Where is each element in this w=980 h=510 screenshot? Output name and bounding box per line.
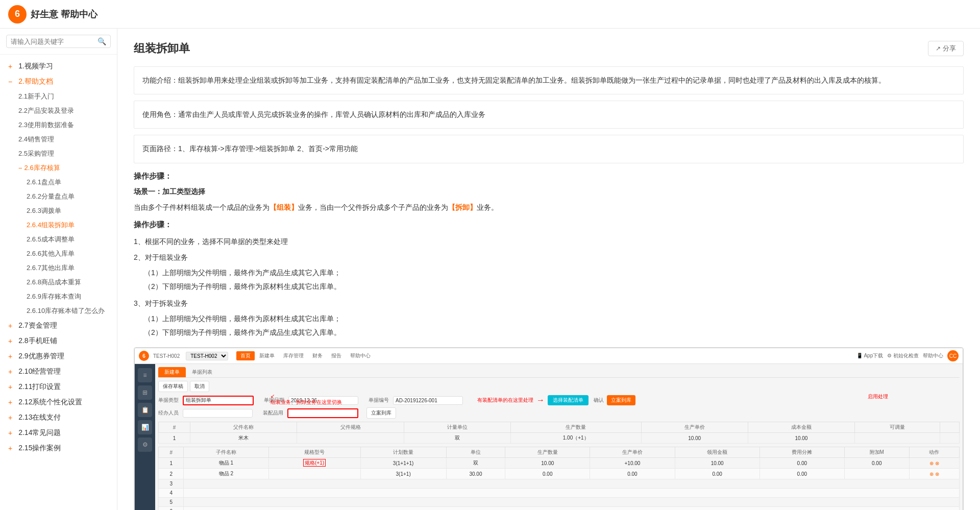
upper-table-header-row: # 父件名称 父件规格 计量单位 生产数量 生产单价 成本金额 可调量 xyxy=(159,422,960,433)
sidebar-sub-26[interactable]: − 2.6库存核算 xyxy=(0,161,117,175)
sidebar-sub-266[interactable]: 2.6.6其他入库单 xyxy=(0,247,117,261)
plus-icon-28: + xyxy=(8,337,12,345)
form-tabs: 新建单 单据列表 xyxy=(158,367,960,378)
cancel-btn[interactable]: 取消 xyxy=(190,381,209,392)
lower-r1-plan-qty: 3(1+1+1) xyxy=(360,458,446,469)
sidebar-item-29[interactable]: + 2.9优惠券管理 xyxy=(0,349,117,364)
lower-r2-extra xyxy=(844,469,909,479)
upper-row-prod-qty: 1.00（+1） xyxy=(510,433,641,444)
sidebar-sub-2610[interactable]: 2.6.10库存账本错了怎么办 xyxy=(0,304,117,318)
lower-r1-prod-qty: 10.00 xyxy=(505,458,590,469)
sidebar-item-210[interactable]: + 2.10经营管理 xyxy=(0,364,117,379)
sidebar-sub-264[interactable]: 2.6.4组装拆卸单 xyxy=(0,218,117,232)
sidebar-item-video[interactable]: + 1.视频学习 xyxy=(0,59,117,74)
app-form-content: 新建单 单据列表 保存草稿 取消 xyxy=(155,364,963,510)
confirm-stock-btn[interactable]: 立案到库 xyxy=(366,407,396,419)
save-draft-btn[interactable]: 保存草稿 xyxy=(158,381,188,392)
staff-input[interactable] xyxy=(183,409,253,418)
lower-row-5: 5 xyxy=(159,498,960,507)
col-action-upper xyxy=(940,422,959,433)
nav-home[interactable]: 首页 xyxy=(236,351,255,360)
col-index: # xyxy=(159,422,190,433)
form-row-2: 经办人员 装配品用 立案到库 ↙ xyxy=(158,407,960,419)
logo-icon: 6 xyxy=(8,5,27,23)
sidebar-sub-261[interactable]: 2.6.1盘点单 xyxy=(0,175,117,189)
lower-r1-action: ⊕ ⊗ xyxy=(909,458,959,469)
app-topbar: 6 TEST-H002 TEST-H002 首页 新建单 库存管理 财务 报告 … xyxy=(135,348,963,364)
search-button[interactable]: 🔍 xyxy=(97,37,106,45)
sidebar-icon-3: 📋 xyxy=(138,403,152,417)
page-title: 组装拆卸单 xyxy=(134,41,190,56)
minus-icon: − xyxy=(8,78,12,86)
lower-col-spec: 规格型号 xyxy=(268,447,360,458)
tab-list[interactable]: 单据列表 xyxy=(186,367,218,377)
upper-table-body: 1 米木 双 1.00（+1） 10.00 10.00 xyxy=(159,433,960,444)
sidebar-item-28[interactable]: + 2.8手机旺铺 xyxy=(0,333,117,349)
nav-stock[interactable]: 库存管理 xyxy=(279,351,308,360)
sidebar-sub-262[interactable]: 2.6.2分量盘点单 xyxy=(0,189,117,204)
sidebar-sub-269[interactable]: 2.6.9库存账本查询 xyxy=(0,289,117,304)
sidebar-item-docs[interactable]: − 2.帮助文档 xyxy=(0,74,117,89)
sidebar-item-214[interactable]: + 2.14常见问题 xyxy=(0,425,117,441)
sidebar-sub-24[interactable]: 2.4销售管理 xyxy=(0,132,117,147)
save-to-stock-btn[interactable]: 立案到库 xyxy=(607,395,635,405)
lower-col-cost: 领用金额 xyxy=(675,447,760,458)
lower-r3-empty xyxy=(184,479,960,489)
sidebar-sub-23[interactable]: 2.3使用前数据准备 xyxy=(0,118,117,132)
sidebar-sub-22[interactable]: 2.2产品安装及登录 xyxy=(0,104,117,118)
upper-row-cost: 10.00 xyxy=(748,433,854,444)
tab-new[interactable]: 新建单 xyxy=(158,367,186,377)
lower-col-alloc: 费用分摊 xyxy=(760,447,844,458)
help-center-link: 帮助中心 xyxy=(923,352,943,359)
select-bom-btn[interactable]: 选择装配清单 xyxy=(548,395,589,405)
sidebar-item-213[interactable]: + 2.13在线支付 xyxy=(0,410,117,425)
sidebar-item-212[interactable]: + 2.12系统个性化设置 xyxy=(0,395,117,410)
annotation3-text: 启用处理 xyxy=(868,394,888,399)
keyword-disassembly: 【拆卸】 xyxy=(448,203,477,211)
step3-1: （1）上部明细为父件明细，最终作为原材料生成其它出库单； xyxy=(144,312,964,326)
settings-icon: ⚙ 初始化检查 xyxy=(887,352,919,359)
action-icon-1[interactable]: ⊕ ⊗ xyxy=(929,460,939,466)
sidebar-item-27[interactable]: + 2.7资金管理 xyxy=(0,318,117,333)
lower-r1-spec: 规格(+1) xyxy=(268,458,360,469)
lower-r1-extra: 0.00 xyxy=(844,458,909,469)
content-area: 组装拆卸单 ↗ 分享 功能介绍：组装拆卸单用来处理企业组装或拆卸等加工业务，支持… xyxy=(117,29,980,510)
lower-r2-alloc: 0.00 xyxy=(760,469,844,479)
staff-label: 经办人员 xyxy=(158,409,179,417)
nav-new[interactable]: 新建单 xyxy=(255,351,279,360)
lower-r2-prod-qty: 0.00 xyxy=(505,469,590,479)
nav-finance[interactable]: 财务 xyxy=(308,351,327,360)
sidebar-sub-21[interactable]: 2.1新手入门 xyxy=(0,89,117,104)
company-select[interactable]: TEST-H002 xyxy=(186,352,228,360)
sidebar-item-211[interactable]: + 2.11打印设置 xyxy=(0,379,117,395)
plus-icon-214: + xyxy=(8,429,12,437)
sidebar-icon-5: ⚙ xyxy=(138,438,152,452)
upper-row-adjust xyxy=(855,433,940,444)
step3: 3、对于拆装业务 xyxy=(134,297,964,310)
action-icon-2[interactable]: ⊕ ⊗ xyxy=(929,471,939,477)
lower-r6-empty xyxy=(184,507,960,510)
logo-text: 好生意 帮助中心 xyxy=(31,8,97,20)
app-mock: 6 TEST-H002 TEST-H002 首页 新建单 库存管理 财务 报告 … xyxy=(134,348,963,510)
lower-col-unit: 单位 xyxy=(446,447,505,458)
sidebar-item-215[interactable]: + 2.15操作案例 xyxy=(0,441,117,456)
plus-icon-212: + xyxy=(8,398,12,406)
nav-help[interactable]: 帮助中心 xyxy=(346,351,375,360)
sidebar-sub-265[interactable]: 2.6.5成本调整单 xyxy=(0,232,117,247)
sidebar-sub-263[interactable]: 2.6.3调拨单 xyxy=(0,204,117,218)
app-nav: 首页 新建单 库存管理 财务 报告 帮助中心 xyxy=(236,351,375,360)
no-input[interactable] xyxy=(393,396,463,405)
sidebar-sub-25[interactable]: 2.5采购管理 xyxy=(0,147,117,161)
bom-input[interactable] xyxy=(288,409,357,417)
share-button[interactable]: ↗ 分享 xyxy=(928,41,964,56)
nav-report[interactable]: 报告 xyxy=(327,351,346,360)
search-input[interactable] xyxy=(11,38,97,45)
app-body: ≡ ⊞ 📋 📊 ⚙ 新建单 单据列表 xyxy=(135,364,963,510)
plus-icon: + xyxy=(8,62,12,70)
sidebar-sub-267[interactable]: 2.6.7其他出库单 xyxy=(0,261,117,275)
type-input[interactable] xyxy=(184,397,253,404)
lower-r1-idx: 1 xyxy=(159,458,184,469)
sidebar-sub-268[interactable]: 2.6.8商品成本重算 xyxy=(0,275,117,289)
lower-col-plan-qty: 计划数量 xyxy=(360,447,446,458)
step3-2: （2）下部明细为子件明细，最终作为产成品生成其它入库单。 xyxy=(144,326,964,339)
